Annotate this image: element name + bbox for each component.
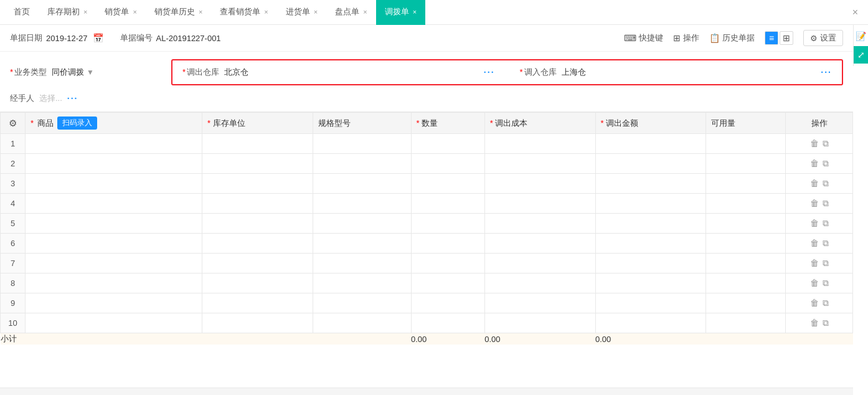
copy-icon-9[interactable]: ⧉	[823, 298, 829, 308]
tab-transfer[interactable]: 调拨单 ×	[376, 0, 425, 25]
tab-close-stocktake[interactable]: ×	[363, 8, 367, 16]
delete-icon-6[interactable]: 🗑	[810, 238, 819, 249]
list-view-button[interactable]: ≡	[765, 31, 778, 45]
row-cost-8[interactable]	[484, 274, 595, 293]
business-type-select[interactable]: 同价调拨 ▼	[52, 67, 151, 78]
row-action-9: 🗑 ⧉	[786, 293, 853, 313]
delete-icon-7[interactable]: 🗑	[810, 258, 819, 269]
transfer-out-more-button[interactable]: ···	[484, 67, 495, 77]
quantity-required-star: *	[417, 118, 420, 128]
grid-view-button[interactable]: ⊞	[780, 31, 793, 45]
row-quantity-7[interactable]	[411, 254, 484, 274]
row-cost-9[interactable]	[484, 293, 595, 313]
copy-icon-10[interactable]: ⧉	[823, 318, 829, 328]
sidebar-expand-icon[interactable]: ⤢	[854, 46, 869, 64]
tab-stocktake[interactable]: 盘点单 ×	[326, 0, 375, 25]
delete-icon-9[interactable]: 🗑	[810, 298, 819, 308]
tab-close-sales-order[interactable]: ×	[133, 8, 136, 16]
row-product-9[interactable]	[26, 293, 202, 313]
row-amount-8	[595, 274, 706, 293]
row-product-8[interactable]	[26, 274, 202, 293]
tab-sales-order[interactable]: 销货单 ×	[96, 0, 145, 25]
row-unit-9	[202, 293, 313, 313]
tab-close-sales-history[interactable]: ×	[199, 8, 202, 16]
delete-icon-1[interactable]: 🗑	[810, 138, 819, 149]
row-product-2[interactable]	[26, 154, 202, 174]
row-product-5[interactable]	[26, 214, 202, 234]
row-product-6[interactable]	[26, 234, 202, 254]
history-label: 历史单据	[722, 32, 755, 44]
tab-inventory-init[interactable]: 库存期初 ×	[39, 0, 96, 25]
tab-label-transfer: 调拨单	[385, 6, 409, 17]
window-close-button[interactable]: ×	[847, 7, 863, 18]
row-quantity-2[interactable]	[411, 154, 484, 174]
operate-button[interactable]: ⊞ 操作	[673, 32, 699, 44]
row-quantity-6[interactable]	[411, 234, 484, 254]
copy-icon-5[interactable]: ⧉	[823, 218, 829, 229]
subtotal-amount: 0.00	[595, 333, 706, 345]
tab-sales-history[interactable]: 销货单历史 ×	[146, 0, 211, 25]
row-cost-6[interactable]	[484, 234, 595, 254]
row-cost-1[interactable]	[484, 134, 595, 154]
row-cost-5[interactable]	[484, 214, 595, 234]
copy-icon-4[interactable]: ⧉	[823, 198, 829, 209]
calendar-icon[interactable]: 📅	[92, 31, 105, 45]
delete-icon-8[interactable]: 🗑	[810, 278, 819, 288]
tab-home[interactable]: 首页	[5, 0, 39, 25]
delete-icon-5[interactable]: 🗑	[810, 218, 819, 229]
handler-input[interactable]: 选择...	[39, 93, 62, 104]
form-area: *业务类型 同价调拨 ▼ *调出仓库 北京仓	[0, 52, 853, 112]
scan-input-button[interactable]: 扫码录入	[57, 117, 97, 130]
row-cost-10[interactable]	[484, 313, 595, 333]
row-cost-4[interactable]	[484, 194, 595, 214]
row-cost-7[interactable]	[484, 254, 595, 274]
shortcut-button[interactable]: ⌨ 快捷键	[624, 32, 663, 44]
row-quantity-4[interactable]	[411, 194, 484, 214]
row-product-4[interactable]	[26, 194, 202, 214]
tab-close-transfer[interactable]: ×	[413, 8, 417, 16]
row-quantity-1[interactable]	[411, 134, 484, 154]
copy-icon-1[interactable]: ⧉	[823, 138, 829, 149]
transfer-in-more-button[interactable]: ···	[821, 67, 832, 77]
row-quantity-5[interactable]	[411, 214, 484, 234]
table-header-cost: * 调出成本	[484, 113, 595, 134]
row-num-5: 5	[1, 214, 26, 234]
settings-gear-icon: ⚙	[810, 34, 818, 43]
tab-view-sales[interactable]: 查看销货单 ×	[211, 0, 276, 25]
copy-icon-8[interactable]: ⧉	[823, 278, 829, 288]
table-gear-icon[interactable]: ⚙	[9, 118, 17, 128]
row-quantity-10[interactable]	[411, 313, 484, 333]
row-cost-3[interactable]	[484, 174, 595, 194]
tab-close-view-sales[interactable]: ×	[264, 8, 268, 16]
delete-icon-2[interactable]: 🗑	[810, 158, 819, 169]
row-quantity-9[interactable]	[411, 293, 484, 313]
row-quantity-3[interactable]	[411, 174, 484, 194]
row-num-6: 6	[1, 234, 26, 254]
copy-icon-7[interactable]: ⧉	[823, 258, 829, 269]
copy-icon-3[interactable]: ⧉	[823, 178, 829, 189]
tab-purchase[interactable]: 进货单 ×	[277, 0, 326, 25]
tab-close-inventory-init[interactable]: ×	[83, 8, 87, 16]
tab-close-purchase[interactable]: ×	[314, 8, 318, 16]
delete-icon-10[interactable]: 🗑	[810, 318, 819, 328]
table-row: 7 🗑 ⧉	[1, 254, 853, 274]
row-cost-2[interactable]	[484, 154, 595, 174]
delete-icon-4[interactable]: 🗑	[810, 198, 819, 209]
row-product-1[interactable]	[26, 134, 202, 154]
history-button[interactable]: 📋 历史单据	[709, 32, 755, 44]
copy-icon-6[interactable]: ⧉	[823, 238, 829, 249]
delete-icon-3[interactable]: 🗑	[810, 178, 819, 189]
row-spec-9	[313, 293, 411, 313]
row-product-3[interactable]	[26, 174, 202, 194]
row-quantity-8[interactable]	[411, 274, 484, 293]
row-unit-5	[202, 214, 313, 234]
settings-button[interactable]: ⚙ 设置	[803, 30, 843, 46]
handler-more-button[interactable]: ···	[67, 93, 78, 103]
sidebar-notes-icon[interactable]: 📝	[854, 27, 869, 45]
horizontal-scrollbar[interactable]	[0, 388, 853, 395]
table-header-gear: ⚙	[1, 113, 26, 134]
row-product-7[interactable]	[26, 254, 202, 274]
copy-icon-2[interactable]: ⧉	[823, 158, 829, 169]
tab-label-sales-order: 销货单	[105, 6, 129, 17]
row-product-10[interactable]	[26, 313, 202, 333]
